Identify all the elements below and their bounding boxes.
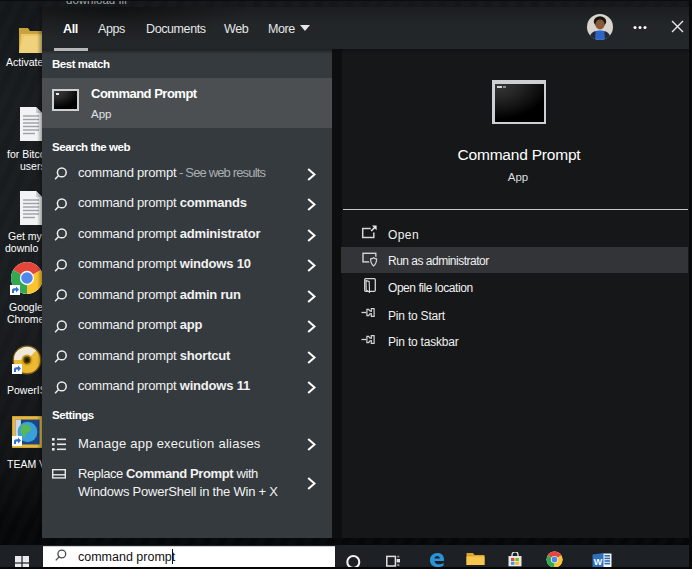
svg-text:W: W [594, 557, 603, 567]
